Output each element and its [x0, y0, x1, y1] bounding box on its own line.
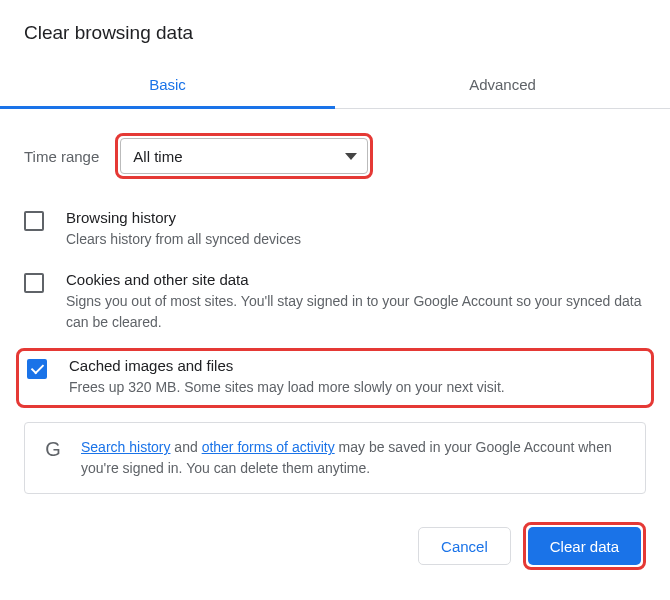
option-cookies: Cookies and other site data Signs you ou… — [24, 271, 646, 332]
option-title: Cookies and other site data — [66, 271, 646, 288]
option-text: Browsing history Clears history from all… — [66, 209, 646, 249]
info-text: Search history and other forms of activi… — [81, 437, 629, 479]
time-range-row: Time range All time — [24, 133, 646, 179]
time-range-value: All time — [133, 148, 182, 165]
google-account-info: G Search history and other forms of acti… — [24, 422, 646, 494]
clear-data-highlight: Clear data — [523, 522, 646, 570]
tab-advanced[interactable]: Advanced — [335, 62, 670, 109]
option-title: Browsing history — [66, 209, 646, 226]
dialog-actions: Cancel Clear data — [24, 522, 646, 570]
checkbox-browsing-history[interactable] — [24, 211, 44, 231]
checkbox-cookies[interactable] — [24, 273, 44, 293]
google-icon: G — [41, 437, 65, 459]
dialog-title: Clear browsing data — [24, 22, 646, 44]
option-desc: Clears history from all synced devices — [66, 229, 646, 249]
checkbox-cache[interactable] — [27, 359, 47, 379]
clear-data-button[interactable]: Clear data — [528, 527, 641, 565]
option-title: Cached images and files — [69, 357, 643, 374]
info-mid: and — [170, 439, 201, 455]
chevron-down-icon — [345, 153, 357, 160]
link-search-history[interactable]: Search history — [81, 439, 170, 455]
option-browsing-history: Browsing history Clears history from all… — [24, 209, 646, 249]
tabs: Basic Advanced — [0, 62, 670, 109]
clear-browsing-data-dialog: Clear browsing data Basic Advanced Time … — [0, 0, 670, 588]
option-desc: Signs you out of most sites. You'll stay… — [66, 291, 646, 332]
link-other-activity[interactable]: other forms of activity — [202, 439, 335, 455]
options-list: Browsing history Clears history from all… — [24, 209, 646, 400]
option-cache: Cached images and files Frees up 320 MB.… — [16, 348, 654, 408]
tab-basic[interactable]: Basic — [0, 62, 335, 109]
time-range-label: Time range — [24, 148, 99, 165]
option-text: Cookies and other site data Signs you ou… — [66, 271, 646, 332]
time-range-highlight: All time — [115, 133, 373, 179]
option-text: Cached images and files Frees up 320 MB.… — [69, 357, 643, 397]
cancel-button[interactable]: Cancel — [418, 527, 511, 565]
time-range-select[interactable]: All time — [120, 138, 368, 174]
option-desc: Frees up 320 MB. Some sites may load mor… — [69, 377, 643, 397]
